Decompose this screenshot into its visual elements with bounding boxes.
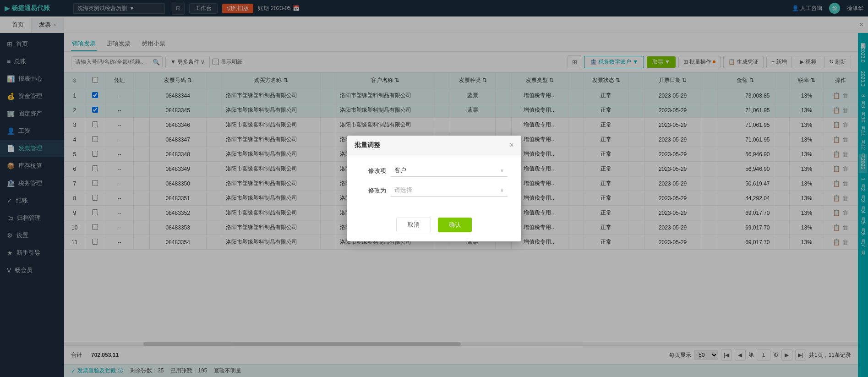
modify-value-label: 修改为	[361, 186, 386, 195]
modify-field-value: 客户	[394, 166, 406, 175]
modify-field-select[interactable]: 客户 ∨	[391, 164, 508, 177]
modal-close-btn[interactable]: ×	[509, 141, 513, 149]
modal-field-row: 修改项 客户 ∨	[361, 164, 508, 177]
modal-value-row: 修改为 请选择 ∨	[361, 184, 508, 197]
modify-value-placeholder: 请选择	[394, 186, 412, 194]
modal-overlay[interactable]: 批量调整 × 修改项 客户 ∨ 修改为 请选择 ∨ 取消 确认	[0, 0, 868, 377]
field-dropdown-icon: ∨	[500, 168, 504, 174]
modal-confirm-btn[interactable]: 确认	[438, 218, 472, 232]
modify-field-label: 修改项	[361, 167, 386, 175]
modal-header: 批量调整 ×	[347, 136, 521, 155]
modal-cancel-btn[interactable]: 取消	[396, 218, 431, 232]
modal-title: 批量调整	[355, 141, 380, 149]
value-dropdown-icon: ∨	[500, 187, 504, 193]
modify-value-select[interactable]: 请选择 ∨	[391, 184, 508, 197]
modal-body: 修改项 客户 ∨ 修改为 请选择 ∨	[347, 155, 521, 213]
batch-adjust-modal: 批量调整 × 修改项 客户 ∨ 修改为 请选择 ∨ 取消 确认	[347, 136, 521, 241]
modal-footer: 取消 确认	[347, 213, 521, 241]
